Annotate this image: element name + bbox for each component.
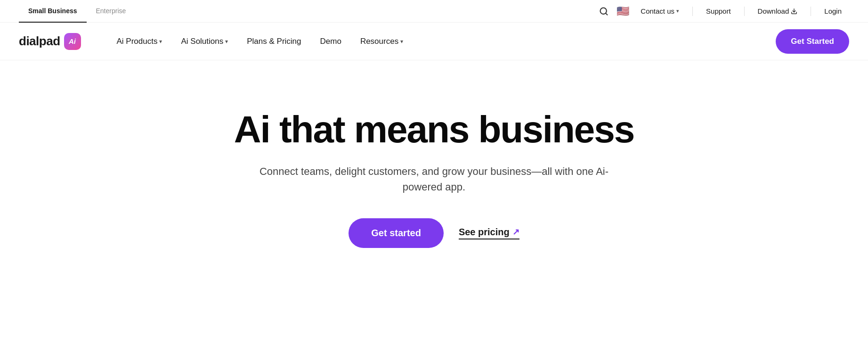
nav-item-plans-pricing[interactable]: Plans & Pricing	[239, 32, 308, 51]
hero-section: Ai that means business Connect teams, de…	[0, 60, 868, 287]
top-utility-bar: Small Business Enterprise 🇺🇸 Contact us …	[0, 0, 868, 23]
tab-small-business[interactable]: Small Business	[19, 0, 87, 23]
main-nav: dialpad Ai Ai Products ▾ Ai Solutions ▾ …	[0, 23, 868, 60]
divider-3	[811, 7, 811, 16]
nav-item-ai-products[interactable]: Ai Products ▾	[109, 32, 170, 51]
logo-badge-text: Ai	[69, 37, 76, 45]
divider-2	[744, 7, 745, 16]
logo[interactable]: dialpad Ai	[19, 33, 81, 50]
logo-text: dialpad	[19, 34, 60, 49]
contact-chevron-icon: ▾	[676, 8, 679, 14]
support-link[interactable]: Support	[698, 3, 738, 19]
nav-item-ai-solutions[interactable]: Ai Solutions ▾	[173, 32, 235, 51]
tab-enterprise[interactable]: Enterprise	[87, 0, 136, 23]
ai-products-chevron-icon: ▾	[159, 38, 162, 45]
nav-get-started-button[interactable]: Get Started	[776, 29, 849, 54]
hero-see-pricing-link[interactable]: See pricing ↗	[459, 227, 519, 239]
search-icon[interactable]	[595, 3, 612, 20]
download-icon	[791, 8, 797, 15]
nav-item-demo[interactable]: Demo	[313, 32, 349, 51]
login-link[interactable]: Login	[817, 3, 849, 19]
download-link[interactable]: Download	[750, 3, 805, 19]
top-bar-right: 🇺🇸 Contact us ▾ Support Download Login	[595, 3, 849, 20]
flag-icon[interactable]: 🇺🇸	[614, 3, 631, 20]
svg-line-1	[606, 13, 608, 15]
contact-us-link[interactable]: Contact us ▾	[633, 3, 687, 19]
see-pricing-arrow-icon: ↗	[512, 227, 519, 237]
divider	[692, 7, 693, 16]
nav-items: Ai Products ▾ Ai Solutions ▾ Plans & Pri…	[109, 32, 776, 51]
hero-subtitle: Connect teams, delight customers, and gr…	[246, 164, 623, 195]
resources-chevron-icon: ▾	[400, 38, 403, 45]
ai-solutions-chevron-icon: ▾	[225, 38, 228, 45]
hero-get-started-button[interactable]: Get started	[349, 218, 444, 248]
top-bar-tabs: Small Business Enterprise	[19, 0, 135, 23]
logo-badge: Ai	[64, 33, 81, 50]
hero-buttons: Get started See pricing ↗	[349, 218, 519, 248]
nav-item-resources[interactable]: Resources ▾	[353, 32, 411, 51]
hero-title: Ai that means business	[234, 109, 634, 150]
